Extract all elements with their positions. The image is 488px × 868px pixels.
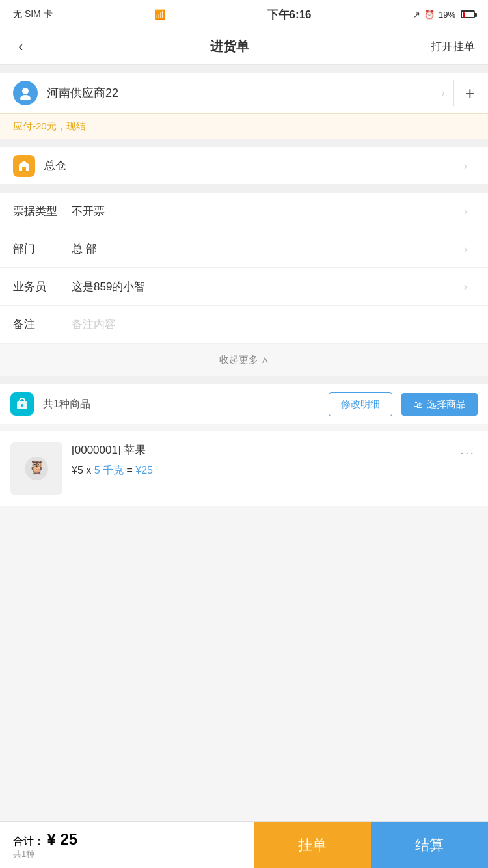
supplier-avatar: [13, 81, 38, 105]
supplier-name: 河南供应商22: [47, 85, 441, 101]
invoice-type-label: 票据类型: [13, 204, 72, 219]
total-section: 合计： ¥ 25 共1种: [0, 830, 254, 860]
remark-section: 备注 备注内容: [0, 306, 488, 344]
collapse-button[interactable]: 收起更多 ∧: [0, 344, 488, 376]
warehouse-section: 总仓 ›: [0, 147, 488, 185]
product-quantity: 5: [94, 465, 100, 476]
product-unit: 千克: [103, 465, 124, 476]
supplier-row[interactable]: 河南供应商22 › +: [0, 73, 488, 113]
select-product-icon: 🛍: [413, 399, 423, 410]
remark-row[interactable]: 备注 备注内容: [0, 306, 488, 344]
product-count-text: 共1种商品: [43, 398, 319, 411]
warehouse-row[interactable]: 总仓 ›: [0, 147, 488, 185]
total-label: 合计：: [13, 835, 44, 847]
product-title: [0000001] 苹果: [72, 442, 448, 457]
warehouse-name: 总仓: [44, 158, 464, 173]
salesman-label: 业务员: [13, 279, 72, 294]
salesman-row[interactable]: 业务员 这是859的小智 ›: [0, 268, 488, 306]
notice-bar: 应付-20元，现结: [0, 113, 488, 139]
product-section-icon: [10, 392, 34, 416]
department-value: 总 部: [72, 241, 464, 256]
supplier-section: 河南供应商22 › + 应付-20元，现结: [0, 73, 488, 139]
section-gap-1: [0, 65, 488, 73]
battery-icon: [461, 10, 475, 18]
product-info: [0000001] 苹果 ¥5 x 5 千克 = ¥25: [72, 442, 448, 478]
product-section-header: 共1种商品 修改明细 🛍 选择商品: [0, 384, 488, 424]
department-label: 部门: [13, 241, 72, 256]
section-gap-2: [0, 139, 488, 147]
remark-input[interactable]: 备注内容: [72, 317, 475, 332]
wifi-icon: 📶: [154, 9, 165, 20]
salesman-section: 业务员 这是859的小智 ›: [0, 268, 488, 306]
add-supplier-button[interactable]: +: [465, 83, 475, 103]
salesman-value: 这是859的小智: [72, 279, 464, 294]
select-product-button[interactable]: 🛍 选择商品: [401, 393, 478, 416]
remark-label: 备注: [13, 317, 72, 332]
svg-point-0: [22, 88, 29, 94]
invoice-section: 票据类型 不开票 ›: [0, 193, 488, 230]
department-chevron-icon: ›: [464, 243, 467, 255]
invoice-type-value: 不开票: [72, 204, 464, 219]
total-amount: ¥ 25: [47, 830, 77, 848]
battery-percent: 19%: [439, 10, 455, 20]
price-separator: x: [86, 465, 94, 476]
bottom-bar: 合计： ¥ 25 共1种 挂单 结算: [0, 821, 488, 868]
total-line: 合计： ¥ 25: [13, 830, 241, 848]
salesman-chevron-icon: ›: [464, 281, 467, 293]
department-row[interactable]: 部门 总 部 ›: [0, 230, 488, 268]
collapse-label: 收起更多 ∧: [219, 354, 269, 366]
invoice-type-row[interactable]: 票据类型 不开票 ›: [0, 193, 488, 230]
carrier-text: 无 SIM 卡: [13, 8, 53, 20]
notice-text: 应付-20元，现结: [13, 120, 86, 131]
location-icon: ↗: [413, 10, 420, 20]
checkout-button[interactable]: 结算: [371, 822, 488, 869]
invoice-chevron-icon: ›: [464, 206, 467, 217]
product-card: 🦉 [0000001] 苹果 ¥5 x 5 千克 = ¥25 ···: [0, 431, 488, 506]
hang-order-button[interactable]: 挂单: [254, 822, 371, 869]
svg-text:🦉: 🦉: [29, 459, 45, 475]
price-value: ¥5: [72, 465, 83, 476]
page-title: 进货单: [210, 38, 249, 55]
warehouse-icon: [13, 155, 35, 177]
battery-area: ↗ ⏰ 19%: [413, 10, 475, 20]
status-bar: 无 SIM 卡 📶 下午6:16 ↗ ⏰ 19%: [0, 0, 488, 29]
section-gap-3: [0, 185, 488, 193]
product-price: ¥5 x 5 千克 = ¥25: [72, 464, 448, 478]
edit-detail-button[interactable]: 修改明细: [329, 392, 392, 416]
nav-bar: ‹ 进货单 打开挂单: [0, 29, 488, 65]
warehouse-chevron-icon: ›: [464, 160, 467, 172]
total-count: 共1种: [13, 848, 241, 860]
supplier-chevron-icon: ›: [441, 87, 444, 99]
time-display: 下午6:16: [267, 7, 312, 22]
alarm-icon: ⏰: [424, 10, 435, 20]
product-id: [0000001]: [72, 444, 121, 456]
product-total: ¥25: [135, 465, 153, 476]
svg-point-1: [20, 95, 31, 100]
product-more-button[interactable]: ···: [457, 442, 478, 463]
open-hang-button[interactable]: 打开挂单: [431, 39, 475, 54]
section-gap-4: [0, 376, 488, 384]
divider: [453, 80, 454, 106]
equals-sign: =: [127, 465, 136, 476]
select-product-label: 选择商品: [427, 398, 466, 411]
bottom-spacer: [0, 506, 488, 558]
product-thumbnail: 🦉: [10, 442, 62, 495]
back-button[interactable]: ‹: [13, 33, 28, 61]
svg-point-3: [21, 404, 23, 407]
department-section: 部门 总 部 ›: [0, 230, 488, 268]
product-name: 苹果: [124, 444, 146, 456]
